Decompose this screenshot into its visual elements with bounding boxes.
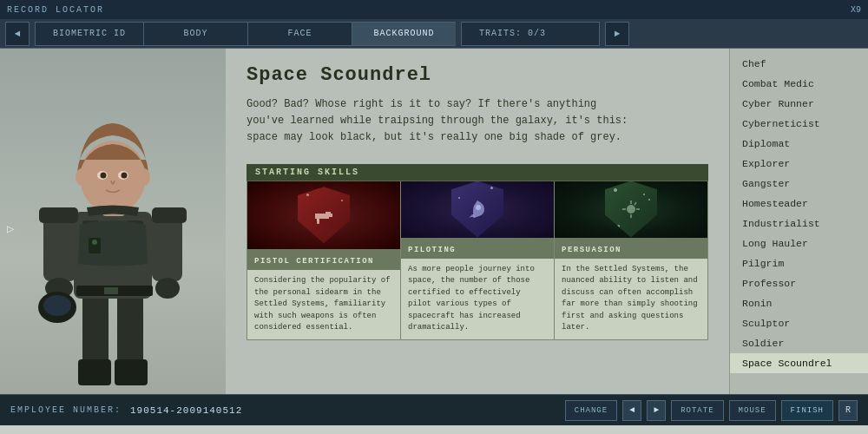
svg-line-31 [635, 202, 636, 205]
list-item-combat-medic[interactable]: Combat Medic [730, 74, 868, 94]
pistol-label: PISTOL CERTIFICATION [254, 257, 374, 266]
list-item-gangster[interactable]: Gangster [730, 174, 868, 194]
info-panel: Space Scoundrel Good? Bad? Whose right i… [226, 49, 729, 394]
bottom-bar: EMPLOYEE NUMBER: 190514-2009140512 CHANG… [0, 394, 868, 425]
change-button[interactable]: CHANGE [565, 400, 617, 421]
persuasion-shield [605, 181, 657, 238]
piloting-label-bar: PILOTING [401, 238, 554, 259]
tab-body[interactable]: BODY [143, 22, 247, 46]
tab-traits[interactable]: TRAITS: 0/3 [461, 22, 600, 46]
skills-header: STARTING SKILLS [247, 164, 708, 181]
svg-point-20 [122, 173, 128, 179]
persuasion-label-bar: PERSUASION [555, 238, 707, 259]
svg-point-12 [155, 278, 180, 299]
pistol-desc: Considering the popularity of the person… [247, 270, 400, 339]
piloting-icon-area [401, 181, 554, 238]
list-item-diplomat[interactable]: Diplomat [730, 134, 868, 154]
employee-number: 190514-2009140512 [130, 405, 242, 416]
list-item-long-hauler[interactable]: Long Hauler [730, 233, 868, 253]
change-right-button[interactable]: ► [647, 400, 666, 421]
skill-card-pistol: PISTOL CERTIFICATION Considering the pop… [247, 181, 401, 339]
svg-point-29 [627, 205, 635, 214]
skills-cards: PISTOL CERTIFICATION Considering the pop… [247, 181, 708, 340]
svg-point-19 [101, 173, 107, 179]
list-item-cyber-runner[interactable]: Cyber Runner [730, 94, 868, 114]
tab-biometric[interactable]: BIOMETRIC ID [35, 22, 143, 46]
backgrounds-list: ChefCombat MedicCyber RunnerCyberneticis… [729, 49, 868, 394]
list-item-ronin[interactable]: Ronin [730, 293, 868, 313]
persuasion-icon [619, 197, 643, 221]
svg-rect-27 [317, 219, 319, 224]
bottom-controls: CHANGE ◄ ► ROTATE MOUSE FINISH R [565, 400, 858, 421]
persuasion-icon-area [555, 181, 707, 238]
skill-card-piloting: PILOTING As more people journey into spa… [401, 181, 555, 339]
list-item-cyberneticist[interactable]: Cyberneticist [730, 114, 868, 134]
svg-point-28 [476, 205, 481, 210]
svg-rect-2 [78, 359, 111, 385]
character-panel: ▷ [0, 49, 226, 394]
top-bar: RECORD LOCATOR X9 [0, 0, 868, 19]
nav-corner-left[interactable]: ◄ [5, 22, 30, 46]
list-item-chef[interactable]: Chef [730, 54, 868, 74]
svg-rect-26 [152, 207, 187, 223]
main-content: ▷ [0, 49, 868, 394]
rotate-button[interactable]: ROTATE [671, 400, 723, 421]
persuasion-label: PERSUASION [562, 246, 621, 254]
skill-card-persuasion: PERSUASION In the Settled Systems, the n… [555, 181, 707, 339]
finish-button[interactable]: FINISH [781, 400, 833, 421]
svg-point-14 [43, 295, 71, 316]
nav-corner-right[interactable]: ► [605, 22, 629, 46]
tab-background[interactable]: BACKGROUND [352, 22, 456, 46]
list-item-space-scoundrel[interactable]: Space Scoundrel [730, 353, 868, 373]
pistol-icon [312, 203, 336, 227]
list-item-explorer[interactable]: Explorer [730, 154, 868, 174]
list-item-homesteader[interactable]: Homesteader [730, 194, 868, 214]
cursor-indicator: ▷ [7, 221, 14, 236]
character-figure [17, 73, 208, 394]
list-item-pilgrim[interactable]: Pilgrim [730, 253, 868, 273]
skills-section: STARTING SKILLS [247, 164, 708, 340]
list-item-soldier[interactable]: Soldier [730, 333, 868, 353]
list-item-industrialist[interactable]: Industrialist [730, 214, 868, 233]
piloting-shield [451, 181, 503, 238]
background-title: Space Scoundrel [247, 64, 708, 86]
piloting-icon [465, 197, 490, 221]
pistol-shield [298, 187, 350, 243]
svg-rect-25 [39, 207, 78, 223]
svg-point-21 [76, 168, 88, 186]
svg-point-24 [92, 240, 97, 245]
persuasion-desc: In the Settled Systems, the nuanced abil… [555, 259, 707, 339]
nav-tabs: ◄ BIOMETRIC ID BODY FACE BACKGROUND TRAI… [0, 19, 868, 49]
employee-label: EMPLOYEE NUMBER: [10, 405, 122, 415]
pistol-label-bar: PISTOL CERTIFICATION [247, 249, 400, 270]
piloting-desc: As more people journey into space, the n… [401, 259, 554, 339]
svg-rect-8 [104, 287, 118, 294]
finish-r-button[interactable]: R [838, 400, 858, 421]
tab-face[interactable]: FACE [247, 22, 352, 46]
background-description: Good? Bad? Whose right is it to say? If … [247, 96, 628, 147]
svg-rect-3 [115, 359, 148, 385]
mouse-button[interactable]: MOUSE [729, 400, 776, 421]
record-locator-label: RECORD LOCATOR [7, 5, 104, 15]
svg-point-22 [138, 168, 150, 186]
list-item-professor[interactable]: Professor [730, 273, 868, 293]
piloting-label: PILOTING [408, 246, 456, 254]
pistol-icon-area [247, 181, 400, 250]
top-bar-right: X9 [851, 5, 861, 15]
change-left-button[interactable]: ◄ [622, 400, 641, 421]
list-item-sculptor[interactable]: Sculptor [730, 313, 868, 333]
